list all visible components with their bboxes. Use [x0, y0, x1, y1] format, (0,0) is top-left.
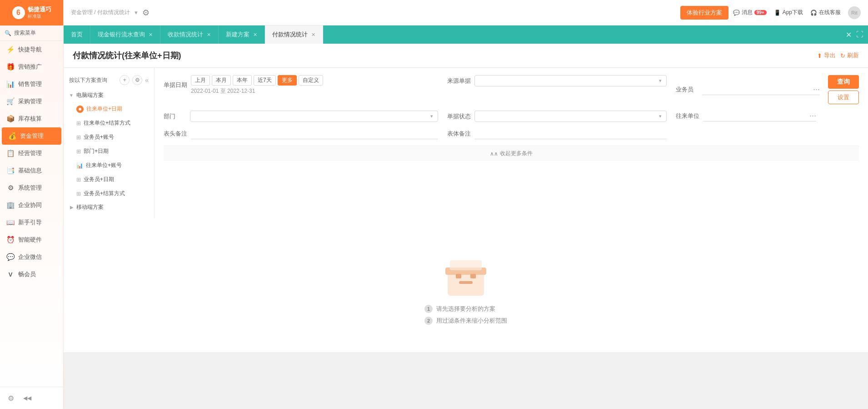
scheme-item-label: 往来单位+账号 [86, 162, 122, 169]
tab-new-scheme-close-icon[interactable]: ✕ [253, 32, 257, 38]
chevron-down-icon: ▾ [659, 78, 662, 84]
sidebar-item-inventory[interactable]: 📦 库存核算 [0, 110, 63, 127]
scheme-item-label: 往来单位+结算方式 [84, 119, 130, 127]
notification-action[interactable]: 💬 消息 99+ [733, 9, 767, 16]
scheme-item-salesman-settlement[interactable]: ⊞ 业务员+结算方式 [64, 187, 154, 201]
topbar-dropdown-arrow[interactable]: ▾ [135, 9, 138, 16]
scheme-add-btn[interactable]: + [120, 75, 130, 85]
empty-illustration [439, 246, 493, 300]
app-download-action[interactable]: 📱 App下载 [774, 9, 803, 16]
sidebar-item-system[interactable]: ⚙ 系统管理 [0, 179, 63, 197]
sidebar-item-hardware[interactable]: ⏰ 智能硬件 [0, 231, 63, 248]
tab-receipt-stats[interactable]: 收款情况统计 ✕ [160, 25, 219, 44]
plus-icon: + [123, 77, 126, 83]
refresh-btn[interactable]: ↻ 刷新 [840, 51, 859, 60]
contact-dots-icon[interactable]: ··· [809, 111, 816, 121]
sidebar-item-quick-nav[interactable]: ⚡ 快捷导航 [0, 41, 63, 58]
quick-nav-icon: ⚡ [6, 45, 15, 54]
table-body-note-label: 表体备注 [447, 130, 471, 138]
last-7-btn[interactable]: 近7天 [254, 75, 276, 86]
scheme-item-salesman-date[interactable]: ⊞ 业务员+日期 [64, 172, 154, 187]
dept-select[interactable]: ▾ [190, 111, 438, 122]
custom-btn[interactable]: 自定义 [299, 75, 323, 86]
tab-payment-stats[interactable]: 付款情况统计 ✕ [265, 25, 323, 44]
notification-label: 消息 [742, 9, 753, 16]
sidebar-item-label: 采购管理 [18, 97, 42, 106]
sidebar-item-label: 经营管理 [18, 149, 42, 157]
more-btn[interactable]: 更多 [278, 75, 297, 86]
tab-home[interactable]: 首页 [64, 25, 90, 44]
table-head-note-input[interactable] [191, 128, 438, 139]
query-btn[interactable]: 查询 [828, 75, 859, 89]
setting-btn[interactable]: 设置 [828, 91, 859, 104]
topbar-settings-icon[interactable]: ⚙ [142, 8, 150, 18]
tab-cash-flow-close-icon[interactable]: ✕ [149, 32, 153, 38]
sidebar-item-guide[interactable]: 📖 新手引导 [0, 214, 63, 231]
svg-rect-4 [470, 274, 476, 278]
page-actions: ⬆ 导出 ↻ 刷新 [817, 51, 859, 60]
sales-icon: 📊 [6, 80, 15, 88]
sidebar-logo: 6 畅捷通巧 标准版 [0, 0, 63, 25]
scheme-settings-btn[interactable]: ⚙ [132, 75, 142, 85]
scheme-item-contact-settlement[interactable]: ⊞ 往来单位+结算方式 [64, 116, 154, 130]
filter-doc-date: 单据日期 上月 本月 本年 近7天 更多 自定义 [164, 75, 438, 95]
tab-new-scheme[interactable]: 新建方案 ✕ [219, 25, 265, 44]
scheme-group-desktop[interactable]: ▼ 电脑端方案 [64, 89, 154, 102]
chevron-right-icon: ▶ [70, 205, 74, 210]
scheme-item-label: 业务员+日期 [84, 176, 114, 183]
sidebar-item-basic-info[interactable]: 📑 基础信息 [0, 162, 63, 179]
step-1-num: 1 [424, 305, 433, 313]
user-initial: Rit [851, 10, 857, 15]
sidebar-search[interactable]: 🔍 搜索菜单 [0, 25, 63, 41]
salesman-dots-icon[interactable]: ··· [813, 85, 820, 94]
tab-receipt-stats-close-icon[interactable]: ✕ [207, 32, 211, 38]
tab-close-all-icon[interactable]: ✕ [846, 30, 852, 39]
sidebar-item-operations[interactable]: 📋 经营管理 [0, 145, 63, 162]
sidebar-item-sales[interactable]: 📊 销售管理 [0, 76, 63, 93]
table-body-note-input[interactable] [474, 128, 667, 139]
sidebar-item-enterprise[interactable]: 🏢 企业协同 [0, 197, 63, 214]
doc-status-select[interactable]: ▾ [474, 111, 667, 122]
scheme-item-label: 业务员+账号 [84, 133, 114, 141]
scheme-group-label: 电脑端方案 [76, 91, 104, 99]
tab-payment-stats-close-icon[interactable]: ✕ [311, 32, 315, 38]
scheme-item-salesman-account[interactable]: ⊞ 业务员+账号 [64, 130, 154, 144]
sidebar-item-capital[interactable]: 💰 资金管理 [2, 127, 61, 145]
sidebar-item-label: 库存核算 [18, 115, 42, 123]
source-doc-select[interactable]: ▾ [474, 75, 667, 86]
this-year-btn[interactable]: 本年 [233, 75, 252, 86]
user-avatar[interactable]: Rit [848, 6, 861, 19]
export-label: 导出 [824, 51, 836, 60]
sidebar-item-marketing[interactable]: 🎁 营销推广 [0, 58, 63, 76]
scheme-item-contact-date[interactable]: 往来单位+日期 [64, 102, 154, 116]
scheme-item-dept-date[interactable]: ⊞ 部门+日期 [64, 144, 154, 158]
svg-rect-2 [450, 260, 482, 270]
scheme-item-contact-account[interactable]: 📊 往来单位+账号 [64, 158, 154, 172]
filter-form: 单据日期 上月 本月 本年 近7天 更多 自定义 [155, 68, 868, 218]
filter-table-body-note: 表体备注 [447, 128, 667, 139]
sidebar-item-wechat[interactable]: 💬 企业微信 [0, 248, 63, 266]
collapse-conditions-bar[interactable]: ∧∧ 收起更多条件 [164, 146, 859, 161]
doc-status-label: 单据状态 [447, 112, 471, 121]
sidebar-settings-btn[interactable]: ⚙ [5, 392, 17, 404]
sidebar-item-vip[interactable]: V 畅会员 [0, 266, 63, 283]
tab-cash-flow[interactable]: 现金银行流水查询 ✕ [90, 25, 160, 44]
capital-icon: 💰 [8, 132, 16, 140]
tab-home-label: 首页 [71, 30, 83, 39]
last-month-btn[interactable]: 上月 [191, 75, 210, 86]
trial-industry-btn[interactable]: 体验行业方案 [680, 6, 728, 20]
scheme-collapse-btn[interactable]: « [145, 76, 149, 84]
scheme-panel: 按以下方案查询 + ⚙ « [64, 68, 155, 218]
scheme-group-mobile[interactable]: ▶ 移动端方案 [64, 201, 154, 214]
contact-input[interactable] [703, 111, 809, 121]
tab-expand-icon[interactable]: ⛶ [856, 30, 863, 39]
export-btn[interactable]: ⬆ 导出 [817, 51, 836, 60]
salesman-input[interactable] [702, 84, 813, 95]
sidebar-item-purchase[interactable]: 🛒 采购管理 [0, 93, 63, 110]
online-service-action[interactable]: 🎧 在线客服 [810, 9, 841, 16]
this-month-btn[interactable]: 本月 [212, 75, 231, 86]
inventory-icon: 📦 [6, 115, 15, 123]
filter-source-doc: 来源单据 ▾ [447, 75, 667, 86]
purchase-icon: 🛒 [6, 97, 15, 106]
sidebar-collapse-btn[interactable]: ◀◀ [21, 392, 34, 404]
